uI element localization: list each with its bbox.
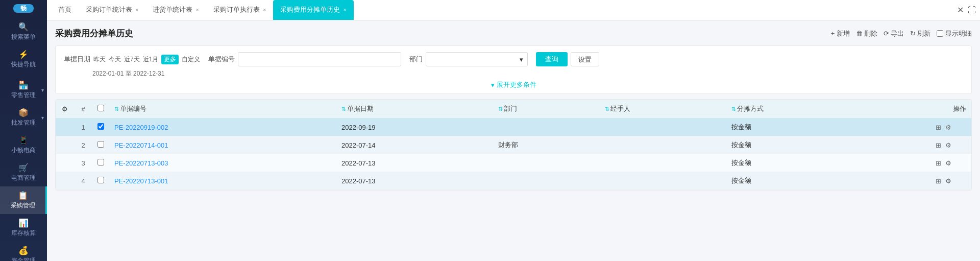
table-body: 1 PE-20220919-002 2022-09-19 按金额 ⊞ ⚙ 2 P… bbox=[56, 118, 971, 190]
sidebar-item-shortcut[interactable]: ⚡ 快捷导航 bbox=[0, 45, 47, 73]
row-split-method-3: 按金额 bbox=[726, 172, 930, 190]
refresh-button[interactable]: ↻ 刷新 bbox=[910, 29, 930, 38]
row-settings-2 bbox=[56, 154, 74, 172]
row-num-3: 4 bbox=[74, 172, 92, 190]
shortcut-yesterday[interactable]: 昨天 bbox=[93, 55, 106, 64]
row-action-3: ⊞ ⚙ bbox=[930, 172, 971, 190]
tab-close-purchase-order-stats[interactable]: × bbox=[135, 7, 138, 13]
doc-no-input[interactable] bbox=[238, 52, 401, 66]
date-range-display: 2022-01-01 至 2022-12-31 bbox=[64, 69, 963, 78]
sidebar-item-ecom[interactable]: 🛒 电商管理 bbox=[0, 159, 47, 186]
expand-more-btn[interactable]: ▾ 展开更多条件 bbox=[64, 80, 963, 89]
chevron-down-icon-2: ▾ bbox=[41, 115, 44, 121]
row-action-1: ⊞ ⚙ bbox=[930, 136, 971, 154]
row-doc-date-1: 2022-07-14 bbox=[336, 136, 493, 154]
sidebar-item-purchase[interactable]: 📋 采购管理 bbox=[0, 186, 47, 214]
row-split-method-0: 按金额 bbox=[726, 118, 930, 136]
close-all-tabs-icon[interactable]: ✕ bbox=[957, 5, 964, 15]
search-icon: 🔍 bbox=[2, 22, 45, 32]
sidebar-logo: 畅 bbox=[13, 4, 34, 13]
shortcut-7days[interactable]: 近7天 bbox=[124, 55, 140, 64]
date-shortcuts: 昨天 今天 近7天 近1月 更多 自定义 bbox=[93, 55, 200, 64]
th-handler[interactable]: ⇅经手人 bbox=[600, 100, 726, 118]
more-icon-0[interactable]: ⚙ bbox=[945, 124, 951, 131]
dept-label: 部门 bbox=[409, 55, 423, 64]
tab-purchase-order-stats[interactable]: 采购订单统计表 × bbox=[79, 0, 145, 20]
search-button[interactable]: 查询 bbox=[536, 52, 568, 66]
add-button[interactable]: + 新增 bbox=[831, 29, 850, 38]
tab-receipt-stats[interactable]: 进货单统计表 × bbox=[145, 0, 206, 20]
row-doc-no-1[interactable]: PE-20220714-001 bbox=[109, 136, 336, 154]
view-icon-3[interactable]: ⊞ bbox=[936, 177, 941, 185]
row-action-2: ⊞ ⚙ bbox=[930, 154, 971, 172]
tab-close-receipt-stats[interactable]: × bbox=[195, 7, 199, 13]
view-icon-2[interactable]: ⊞ bbox=[936, 159, 941, 167]
tab-close-purchase-cost-split[interactable]: × bbox=[343, 7, 346, 13]
sidebar-item-finance-label: 资金管理 bbox=[2, 256, 45, 261]
row-checkbox-3[interactable] bbox=[92, 172, 109, 190]
row-doc-no-2[interactable]: PE-20220713-003 bbox=[109, 154, 336, 172]
toolbar-actions: + 新增 🗑 删除 ⟳ 导出 ↻ 刷新 显示明细 bbox=[831, 29, 972, 38]
row-doc-no-0[interactable]: PE-20220919-002 bbox=[109, 118, 336, 136]
row-settings-3 bbox=[56, 172, 74, 190]
ecom-icon: 🛒 bbox=[2, 163, 45, 173]
search-buttons: 查询 设置 bbox=[536, 52, 599, 66]
main-content: 首页 采购订单统计表 × 进货单统计表 × 采购订单执行表 × 采购费用分摊单历… bbox=[47, 0, 980, 261]
maximize-icon[interactable]: ⛶ bbox=[968, 6, 976, 15]
sidebar-item-inventory[interactable]: 📊 库存核算 bbox=[0, 214, 47, 242]
row-checkbox-0[interactable] bbox=[92, 118, 109, 136]
row-dept-0 bbox=[493, 118, 600, 136]
row-doc-no-3[interactable]: PE-20220713-001 bbox=[109, 172, 336, 190]
settings-button[interactable]: 设置 bbox=[571, 52, 599, 66]
delete-icon: 🗑 bbox=[856, 30, 863, 37]
table-row: 3 PE-20220713-003 2022-07-13 按金额 ⊞ ⚙ bbox=[56, 154, 971, 172]
view-icon-0[interactable]: ⊞ bbox=[936, 124, 941, 131]
show-col-toggle[interactable]: 显示明细 bbox=[937, 29, 972, 38]
sidebar-item-finance[interactable]: 💰 资金管理 bbox=[0, 242, 47, 261]
sidebar-item-wholesale[interactable]: 📦 批发管理 ▾ bbox=[0, 104, 47, 131]
shortcut-custom[interactable]: 自定义 bbox=[182, 55, 200, 64]
shortcut-today[interactable]: 今天 bbox=[109, 55, 121, 64]
select-all-checkbox[interactable] bbox=[97, 105, 104, 111]
doc-no-field: 单据编号 bbox=[208, 52, 401, 66]
delete-button[interactable]: 🗑 删除 bbox=[856, 29, 877, 38]
th-settings[interactable]: ⚙ bbox=[56, 100, 74, 118]
tab-home[interactable]: 首页 bbox=[51, 0, 79, 20]
date-label: 单据日期 bbox=[64, 55, 90, 64]
row-doc-date-3: 2022-07-13 bbox=[336, 172, 493, 190]
row-checkbox-1[interactable] bbox=[92, 136, 109, 154]
row-handler-3 bbox=[600, 172, 726, 190]
sidebar-item-search[interactable]: 🔍 搜索菜单 bbox=[0, 18, 47, 45]
page-content: 采购费用分摊单历史 + 新增 🗑 删除 ⟳ 导出 ↻ 刷新 显示明细 bbox=[47, 20, 980, 261]
sidebar-item-wholesale-label: 批发管理 bbox=[2, 118, 45, 127]
export-icon: ⟳ bbox=[884, 30, 889, 37]
row-action-0: ⊞ ⚙ bbox=[930, 118, 971, 136]
tab-close-purchase-order-exec[interactable]: × bbox=[263, 7, 266, 13]
tab-purchase-cost-split[interactable]: 采购费用分摊单历史 × bbox=[273, 0, 353, 20]
more-icon-1[interactable]: ⚙ bbox=[945, 141, 951, 149]
sidebar-item-retail[interactable]: 🏪 零售管理 ▾ bbox=[0, 76, 47, 104]
th-doc-date[interactable]: ⇅单据日期 bbox=[336, 100, 493, 118]
dept-select[interactable]: ▾ bbox=[426, 52, 528, 66]
show-col-checkbox[interactable] bbox=[937, 30, 943, 37]
page-header: 采购费用分摊单历史 + 新增 🗑 删除 ⟳ 导出 ↻ 刷新 显示明细 bbox=[55, 28, 972, 39]
sidebar: 畅 🔍 搜索菜单 ⚡ 快捷导航 🏪 零售管理 ▾ 📦 批发管理 ▾ 📱 小畅电商… bbox=[0, 0, 47, 261]
purchase-icon: 📋 bbox=[2, 191, 43, 200]
th-dept[interactable]: ⇅部门 bbox=[493, 100, 600, 118]
shortcut-1month[interactable]: 近1月 bbox=[143, 55, 159, 64]
row-dept-1: 财务部 bbox=[493, 136, 600, 154]
mini-icon: 📱 bbox=[2, 135, 45, 145]
sidebar-item-mini[interactable]: 📱 小畅电商 bbox=[0, 131, 47, 159]
more-icon-2[interactable]: ⚙ bbox=[945, 159, 951, 167]
more-icon-3[interactable]: ⚙ bbox=[945, 177, 951, 185]
row-checkbox-2[interactable] bbox=[92, 154, 109, 172]
tab-purchase-order-exec[interactable]: 采购订单执行表 × bbox=[206, 0, 273, 20]
view-icon-1[interactable]: ⊞ bbox=[936, 141, 941, 149]
tab-bar: 首页 采购订单统计表 × 进货单统计表 × 采购订单执行表 × 采购费用分摊单历… bbox=[47, 0, 980, 20]
wholesale-icon: 📦 bbox=[2, 108, 45, 117]
export-button[interactable]: ⟳ 导出 bbox=[884, 29, 904, 38]
th-split-method[interactable]: ⇅分摊方式 bbox=[726, 100, 930, 118]
table-row: 4 PE-20220713-001 2022-07-13 按金额 ⊞ ⚙ bbox=[56, 172, 971, 190]
th-doc-no[interactable]: ⇅单据编号 bbox=[109, 100, 336, 118]
shortcut-more[interactable]: 更多 bbox=[161, 55, 179, 64]
